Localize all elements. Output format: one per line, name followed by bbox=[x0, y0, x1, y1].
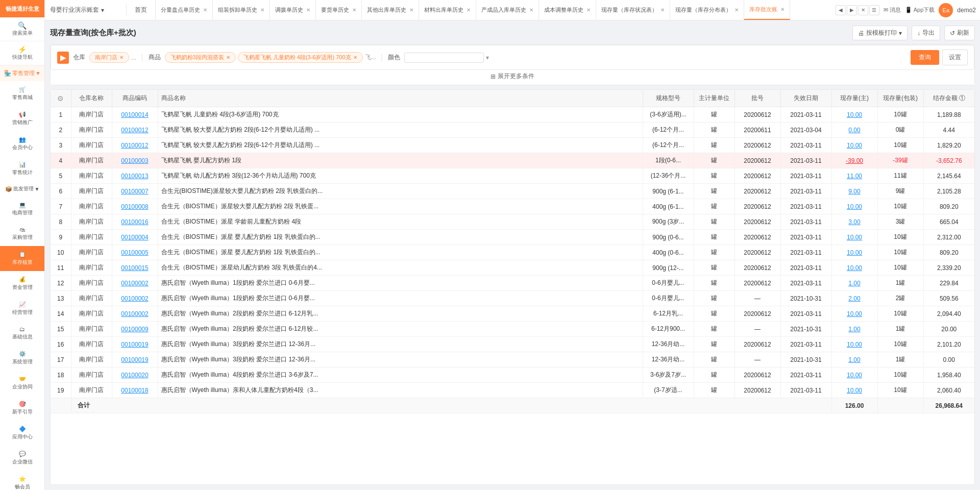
row-stock-main[interactable]: 2.00 bbox=[831, 291, 877, 306]
row-stock-main[interactable]: 10.00 bbox=[831, 368, 877, 383]
sidebar-item-wechat[interactable]: 💬企业微信 bbox=[0, 446, 44, 471]
tab-close-icon[interactable]: ✕ bbox=[734, 7, 739, 13]
tab-close-icon[interactable]: ✕ bbox=[260, 7, 264, 13]
row-stock-main[interactable]: -39.00 bbox=[831, 153, 877, 168]
sidebar-item-basic[interactable]: 🗂基础信息 bbox=[0, 321, 44, 346]
tab-close-icon[interactable]: ✕ bbox=[306, 7, 310, 13]
row-stock-main[interactable]: 11.00 bbox=[831, 168, 877, 184]
tab-fenliang[interactable]: 分量盘点单历史 ✕ bbox=[156, 0, 213, 20]
row-stock-main[interactable]: 10.00 bbox=[831, 260, 877, 276]
row-code[interactable]: 00100018 bbox=[112, 383, 158, 398]
row-code[interactable]: 00100002 bbox=[112, 306, 158, 322]
row-stock-main[interactable]: 0.00 bbox=[831, 122, 877, 138]
product-tag-2-close[interactable]: ✕ bbox=[353, 55, 357, 60]
row-code[interactable]: 00100012 bbox=[112, 122, 158, 138]
row-code[interactable]: 00100015 bbox=[112, 260, 158, 276]
sidebar-item-guide[interactable]: 🎯新手引导 bbox=[0, 396, 44, 421]
product-filter-dots[interactable]: 飞... bbox=[365, 53, 376, 62]
sidebar-item-inventory[interactable]: 📋库存核算 bbox=[0, 246, 44, 271]
sidebar-item-wholesale[interactable]: 📦批发管理▼ bbox=[0, 181, 44, 197]
row-code[interactable]: 00100003 bbox=[112, 153, 158, 168]
warehouse-filter-dots[interactable]: ... bbox=[131, 54, 136, 61]
row-stock-main[interactable]: 10.00 bbox=[831, 306, 877, 322]
tab-qita[interactable]: 其他出库单历史 ✕ bbox=[362, 0, 419, 20]
row-stock-main[interactable]: 10.00 bbox=[831, 230, 877, 245]
account-selector[interactable]: 母婴行业演示账套 ▾ bbox=[45, 4, 127, 16]
sidebar-item-enterprise[interactable]: 🤝企业协同 bbox=[0, 371, 44, 396]
product-tag-1[interactable]: 飞鹤奶粉3段丙混搭装 ✕ bbox=[165, 52, 236, 63]
query-button[interactable]: 查询 bbox=[911, 50, 939, 65]
row-code[interactable]: 00100013 bbox=[112, 168, 158, 184]
tab-prev-arrow[interactable]: ◀ bbox=[836, 5, 846, 15]
row-code[interactable]: 00100019 bbox=[112, 337, 158, 352]
row-stock-main[interactable]: 10.00 bbox=[831, 107, 877, 122]
tab-close-icon[interactable]: ✕ bbox=[467, 7, 471, 13]
product-tag-2[interactable]: 飞鹤星飞帆 儿童奶粉 4段(3-6岁适用) 700克 ✕ bbox=[238, 52, 363, 63]
row-code[interactable]: 00100005 bbox=[112, 245, 158, 260]
color-filter-arrow-icon[interactable]: ▾ bbox=[486, 54, 489, 61]
sidebar-item-retail-stat[interactable]: 📊零售统计 bbox=[0, 156, 44, 181]
setting-button[interactable]: 设置 bbox=[942, 50, 968, 65]
message-icon-btn[interactable]: ✉ 消息 bbox=[884, 6, 901, 14]
export-button[interactable]: ↓ 导出 bbox=[912, 26, 940, 40]
sidebar-item-retail[interactable]: 🏪 零售管理 ▼ bbox=[0, 65, 44, 81]
row-stock-main[interactable]: 3.00 bbox=[831, 214, 877, 230]
app-download-btn[interactable]: 📱 App下载 bbox=[905, 6, 935, 14]
expand-more-btn[interactable]: ⊞ 展开更多条件 bbox=[491, 72, 534, 81]
sidebar-item-retail-store[interactable]: 🛒零售商城 bbox=[0, 81, 44, 106]
row-code[interactable]: 00100002 bbox=[112, 291, 158, 306]
col-header-settings[interactable]: ⚙ bbox=[51, 90, 71, 107]
sidebar-item-apps[interactable]: 🔷应用中心 bbox=[0, 421, 44, 446]
row-code[interactable]: 00100007 bbox=[112, 184, 158, 199]
sidebar-item-marketing[interactable]: 📢营销推广 bbox=[0, 106, 44, 131]
tab-chengben[interactable]: 成本调整单历史 ✕ bbox=[539, 0, 596, 20]
tab-home[interactable]: 首页 bbox=[127, 0, 156, 20]
row-code[interactable]: 00100019 bbox=[112, 352, 158, 368]
warehouse-tag[interactable]: 南岸门店 ✕ bbox=[89, 52, 129, 63]
tab-chancheng[interactable]: 产成品入库单历史 ✕ bbox=[476, 0, 539, 20]
row-stock-main[interactable]: 10.00 bbox=[831, 245, 877, 260]
row-stock-main[interactable]: 1.00 bbox=[831, 276, 877, 291]
row-stock-main[interactable]: 1.00 bbox=[831, 322, 877, 337]
tab-close-icon[interactable]: ✕ bbox=[529, 7, 533, 13]
tab-close-icon[interactable]: ✕ bbox=[352, 7, 356, 13]
sidebar-item-member[interactable]: 👥会员中心 bbox=[0, 131, 44, 156]
tab-close-icon[interactable]: ✕ bbox=[203, 7, 207, 13]
row-code[interactable]: 00100014 bbox=[112, 107, 158, 122]
tab-next-arrow[interactable]: ▶ bbox=[847, 5, 857, 15]
row-stock-main[interactable]: 10.00 bbox=[831, 337, 877, 352]
tab-xianzun-status[interactable]: 现存量（库存状况表） ✕ bbox=[596, 0, 670, 20]
tab-kucun-batch[interactable]: 库存批次账 ✕ bbox=[744, 0, 790, 20]
tab-cailiao[interactable]: 材料出库单历史 ✕ bbox=[419, 0, 476, 20]
row-code[interactable]: 00100004 bbox=[112, 230, 158, 245]
tab-close-current[interactable]: ✕ bbox=[858, 5, 868, 15]
row-code[interactable]: 00100016 bbox=[112, 214, 158, 230]
user-avatar[interactable]: Ea bbox=[939, 3, 953, 17]
row-stock-main[interactable]: 1.00 bbox=[831, 352, 877, 368]
tab-close-icon[interactable]: ✕ bbox=[660, 7, 665, 13]
row-code[interactable]: 00100002 bbox=[112, 276, 158, 291]
sidebar-item-system[interactable]: ⚙️系统管理 bbox=[0, 346, 44, 371]
row-code[interactable]: 00100009 bbox=[112, 322, 158, 337]
tab-zuhe[interactable]: 组装拆卸单历史 ✕ bbox=[213, 0, 270, 20]
product-tag-1-close[interactable]: ✕ bbox=[226, 55, 230, 60]
row-code[interactable]: 00100020 bbox=[112, 368, 158, 383]
tab-menu-icon[interactable]: ☰ bbox=[869, 5, 879, 15]
row-stock-main[interactable]: 10.00 bbox=[831, 199, 877, 214]
sidebar-item-search[interactable]: 🔍 搜索菜单 bbox=[0, 17, 44, 41]
refresh-button[interactable]: ↺ 刷新 bbox=[944, 26, 975, 40]
tab-close-icon[interactable]: ✕ bbox=[586, 7, 591, 13]
row-stock-main[interactable]: 10.00 bbox=[831, 138, 877, 153]
tab-close-icon[interactable]: ✕ bbox=[780, 7, 785, 12]
sidebar-item-ecom[interactable]: 💻电商管理 bbox=[0, 197, 44, 222]
tab-diaob[interactable]: 调拨单历史 ✕ bbox=[270, 0, 316, 20]
sidebar-item-operation[interactable]: 📈经营管理 bbox=[0, 296, 44, 321]
warehouse-tag-close-icon[interactable]: ✕ bbox=[119, 55, 124, 60]
row-stock-main[interactable]: 9.00 bbox=[831, 184, 877, 199]
color-filter-input[interactable] bbox=[404, 53, 484, 63]
sidebar-item-vip[interactable]: ⭐畅会员 bbox=[0, 471, 44, 490]
print-button[interactable]: 🖨 按模板打印 ▾ bbox=[852, 26, 908, 40]
table-settings-icon[interactable]: ⚙ bbox=[57, 94, 64, 103]
sidebar-item-finance[interactable]: 💰资金管理 bbox=[0, 271, 44, 296]
tab-close-icon[interactable]: ✕ bbox=[409, 7, 413, 13]
